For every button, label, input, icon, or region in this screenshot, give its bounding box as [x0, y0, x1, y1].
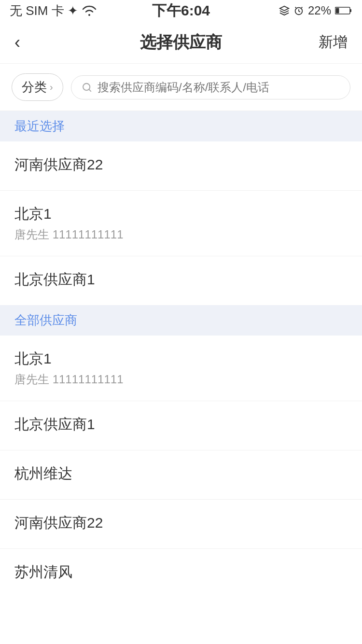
category-button[interactable]: 分类 › — [12, 73, 63, 101]
nav-bar: ‹ 选择供应商 新增 — [0, 21, 362, 64]
supplier-name: 北京1 — [14, 204, 348, 224]
status-left: 无 SIM 卡 ✦ — [10, 2, 97, 19]
page-title: 选择供应商 — [53, 31, 309, 54]
list-item[interactable]: 苏州清风 — [0, 549, 362, 598]
recent-section-header: 最近选择 — [0, 111, 362, 141]
supplier-name: 北京1 — [14, 349, 348, 369]
status-bar: 无 SIM 卡 ✦ 下午6:04 22% — [0, 0, 362, 21]
supplier-name: 北京供应商1 — [14, 270, 348, 290]
search-input[interactable] — [97, 81, 340, 94]
search-input-wrap[interactable] — [71, 75, 350, 99]
supplier-name: 苏州清风 — [14, 562, 348, 582]
chevron-right-icon: › — [50, 82, 53, 93]
svg-rect-3 — [336, 8, 339, 14]
list-item[interactable]: 河南供应商22 — [0, 141, 362, 191]
category-label: 分类 — [22, 79, 47, 96]
list-item[interactable]: 北京1唐先生 11111111111 — [0, 191, 362, 256]
location-icon — [279, 5, 290, 16]
supplier-name: 北京供应商1 — [14, 415, 348, 434]
supplier-name: 河南供应商22 — [14, 513, 348, 533]
recent-items-list: 河南供应商22北京1唐先生 11111111111北京供应商1 — [0, 141, 362, 305]
list-item[interactable]: 北京供应商1 — [0, 256, 362, 305]
battery-icon — [335, 6, 352, 15]
list-item[interactable]: 北京1唐先生 11111111111 — [0, 336, 362, 401]
supplier-contact: 唐先生 11111111111 — [14, 372, 348, 387]
all-items-list: 北京1唐先生 11111111111北京供应商1杭州维达河南供应商22苏州清风 — [0, 336, 362, 598]
battery-text: 22% — [308, 4, 331, 17]
back-button[interactable]: ‹ — [14, 32, 53, 53]
wifi-icon — [82, 5, 97, 16]
supplier-name: 河南供应商22 — [14, 155, 348, 175]
search-icon — [81, 81, 93, 94]
alarm-icon — [293, 5, 304, 16]
add-button[interactable]: 新增 — [309, 32, 348, 52]
list-item[interactable]: 北京供应商1 — [0, 401, 362, 450]
supplier-contact: 唐先生 11111111111 — [14, 227, 348, 242]
all-section-header: 全部供应商 — [0, 305, 362, 336]
no-sim-text: 无 SIM 卡 ✦ — [10, 2, 78, 19]
list-item[interactable]: 杭州维达 — [0, 450, 362, 500]
status-right: 22% — [279, 4, 352, 17]
supplier-name: 杭州维达 — [14, 464, 348, 484]
svg-rect-2 — [350, 9, 351, 12]
status-time: 下午6:04 — [152, 1, 210, 21]
list-item[interactable]: 河南供应商22 — [0, 500, 362, 549]
search-bar: 分类 › — [0, 64, 362, 111]
